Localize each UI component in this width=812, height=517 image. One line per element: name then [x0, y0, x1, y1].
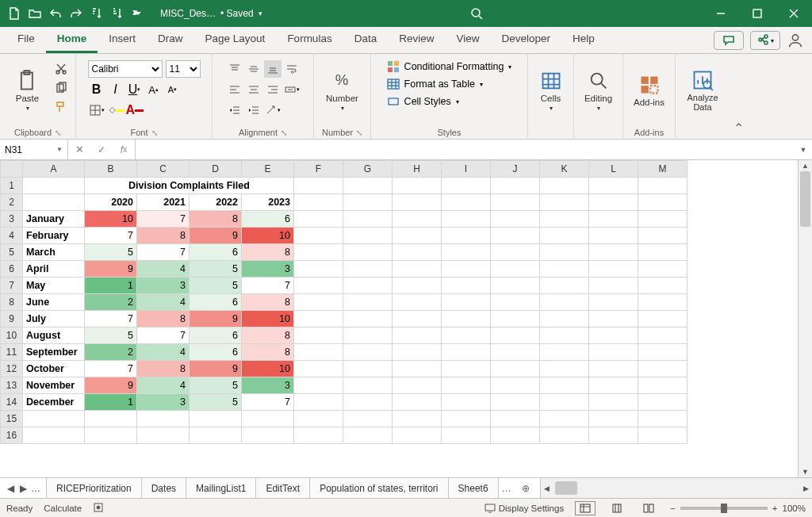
- format-painter-icon[interactable]: [52, 98, 70, 116]
- macro-record-icon[interactable]: [93, 502, 104, 515]
- title-dropdown-icon[interactable]: ▾: [259, 10, 262, 17]
- cell[interactable]: [343, 311, 393, 327]
- zoom-control[interactable]: − + 100%: [670, 504, 806, 513]
- column-header[interactable]: C: [137, 161, 190, 178]
- cell[interactable]: [491, 244, 540, 261]
- cell[interactable]: [638, 294, 688, 311]
- cell[interactable]: July: [23, 311, 85, 327]
- cell[interactable]: 2: [85, 344, 137, 361]
- dialog-launcher-icon[interactable]: ⤡: [151, 128, 158, 137]
- row-header[interactable]: 15: [1, 411, 23, 427]
- cell[interactable]: 10: [242, 228, 294, 244]
- cell[interactable]: [540, 244, 589, 261]
- cell[interactable]: [491, 327, 540, 344]
- font-size-select[interactable]: 11: [166, 60, 201, 78]
- name-box[interactable]: N31▼: [0, 140, 68, 159]
- cell[interactable]: 5: [190, 278, 242, 294]
- horizontal-scrollbar[interactable]: ◀ ▶: [540, 478, 812, 498]
- cell[interactable]: [491, 194, 540, 211]
- zoom-in-icon[interactable]: +: [772, 504, 778, 513]
- cell[interactable]: 2020: [85, 194, 137, 211]
- cell[interactable]: [589, 311, 638, 327]
- copy-icon[interactable]: [52, 79, 70, 97]
- cell[interactable]: [442, 427, 491, 444]
- cell[interactable]: [540, 194, 589, 211]
- cell[interactable]: June: [23, 294, 85, 311]
- tab-page-layout[interactable]: Page Layout: [194, 27, 277, 53]
- cell[interactable]: [343, 194, 393, 211]
- cell[interactable]: 7: [137, 211, 190, 228]
- cell[interactable]: [442, 377, 491, 394]
- cell[interactable]: 8: [242, 327, 294, 344]
- cell[interactable]: [343, 411, 393, 427]
- cell[interactable]: [442, 361, 491, 377]
- cell[interactable]: 2: [85, 294, 137, 311]
- align-right-icon[interactable]: [264, 81, 282, 98]
- cell[interactable]: 10: [85, 211, 137, 228]
- add-sheet-button[interactable]: ⊕: [515, 478, 537, 498]
- cell[interactable]: 6: [190, 294, 242, 311]
- column-header[interactable]: K: [540, 161, 589, 178]
- cell[interactable]: [638, 278, 688, 294]
- cell[interactable]: [242, 427, 294, 444]
- cell[interactable]: [294, 361, 343, 377]
- row-header[interactable]: 11: [1, 344, 23, 361]
- normal-view-icon[interactable]: [575, 501, 596, 515]
- cell[interactable]: 7: [85, 361, 137, 377]
- fill-color-icon[interactable]: [107, 101, 124, 119]
- underline-icon[interactable]: U▾: [126, 81, 144, 98]
- column-header[interactable]: A: [23, 161, 85, 178]
- cell[interactable]: 8: [137, 361, 190, 377]
- cell[interactable]: [638, 394, 688, 411]
- cell[interactable]: 4: [137, 344, 190, 361]
- cell[interactable]: [393, 261, 442, 278]
- undo-icon[interactable]: [46, 4, 65, 23]
- cell[interactable]: [589, 278, 638, 294]
- cell[interactable]: 3: [137, 394, 190, 411]
- cell[interactable]: September: [23, 344, 85, 361]
- cell[interactable]: [393, 377, 442, 394]
- expand-formula-bar-icon[interactable]: ▼: [795, 140, 812, 159]
- row-header[interactable]: 5: [1, 244, 23, 261]
- tab-data[interactable]: Data: [343, 27, 389, 53]
- cell[interactable]: [23, 427, 85, 444]
- cell[interactable]: 2023: [242, 194, 294, 211]
- cell[interactable]: 7: [137, 327, 190, 344]
- cell[interactable]: [638, 244, 688, 261]
- cell[interactable]: [137, 411, 190, 427]
- cell[interactable]: [491, 427, 540, 444]
- cell[interactable]: January: [23, 211, 85, 228]
- cell[interactable]: [638, 411, 688, 427]
- cell[interactable]: [190, 411, 242, 427]
- sheet-nav-next-icon[interactable]: ▶: [17, 483, 29, 494]
- cell[interactable]: [137, 427, 190, 444]
- tab-insert[interactable]: Insert: [98, 27, 147, 53]
- close-button[interactable]: [776, 0, 812, 27]
- cell[interactable]: [393, 427, 442, 444]
- cell[interactable]: [442, 178, 491, 194]
- number-format-button[interactable]: % Number▾: [321, 60, 364, 121]
- enter-formula-icon[interactable]: ✓: [90, 144, 113, 155]
- cell[interactable]: [442, 294, 491, 311]
- cell[interactable]: 9: [85, 377, 137, 394]
- cell[interactable]: [589, 194, 638, 211]
- cell[interactable]: [491, 261, 540, 278]
- cell[interactable]: [85, 427, 137, 444]
- cell[interactable]: [540, 394, 589, 411]
- cell[interactable]: 1: [85, 394, 137, 411]
- dialog-launcher-icon[interactable]: ⤡: [356, 128, 362, 137]
- cell[interactable]: [589, 361, 638, 377]
- cell[interactable]: [294, 427, 343, 444]
- grow-font-icon[interactable]: A▴: [145, 81, 163, 98]
- cell[interactable]: [393, 394, 442, 411]
- cell[interactable]: [442, 261, 491, 278]
- cell[interactable]: [343, 244, 393, 261]
- align-top-icon[interactable]: [226, 60, 243, 78]
- cell[interactable]: [294, 377, 343, 394]
- cell[interactable]: [393, 211, 442, 228]
- cell[interactable]: 3: [242, 261, 294, 278]
- cell[interactable]: [294, 228, 343, 244]
- cell[interactable]: [491, 411, 540, 427]
- qat-overflow-icon[interactable]: »: [128, 4, 147, 23]
- align-left-icon[interactable]: [226, 81, 243, 98]
